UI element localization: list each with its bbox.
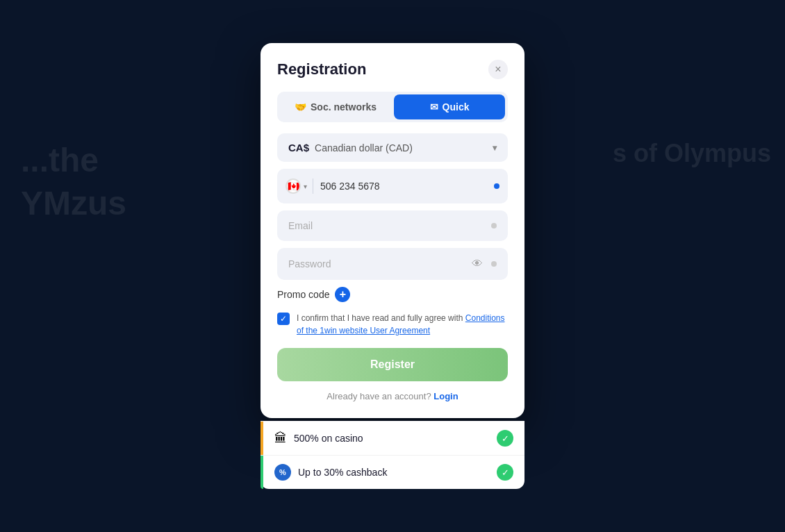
casino-icon: 🏛 bbox=[274, 431, 287, 446]
bonus-stripe-casino bbox=[261, 422, 263, 455]
currency-name: Canadian dollar (CAD) bbox=[315, 142, 413, 153]
tab-row: 🤝 Soc. networks ✉ Quick bbox=[277, 92, 508, 122]
currency-selector[interactable]: CA$ Canadian dollar (CAD) ▾ bbox=[277, 133, 508, 162]
modal-title: Registration bbox=[277, 60, 366, 78]
tab-soc-networks[interactable]: 🤝 Soc. networks bbox=[280, 94, 391, 119]
email-field-wrapper bbox=[277, 210, 508, 241]
bonus-casino-text: 500% on casino bbox=[294, 433, 363, 444]
tab-soc-label: Soc. networks bbox=[311, 101, 377, 113]
flag-chevron-icon: ▾ bbox=[304, 183, 307, 190]
phone-input[interactable] bbox=[320, 181, 488, 192]
bonus-cards: 🏛 500% on casino ✓ % Up to 30% cashback … bbox=[261, 421, 524, 489]
checkmark-icon: ✓ bbox=[280, 314, 287, 324]
bonus-casino-check: ✓ bbox=[497, 430, 513, 447]
bonus-stripe-cashback bbox=[261, 456, 263, 489]
password-indicator bbox=[491, 261, 497, 267]
bonus-casino-card: 🏛 500% on casino ✓ bbox=[261, 421, 524, 455]
bonus-cashback-check: ✓ bbox=[497, 464, 513, 481]
promo-plus-button[interactable]: + bbox=[335, 287, 350, 302]
email-indicator bbox=[491, 223, 497, 228]
canada-flag-icon: 🇨🇦 bbox=[286, 178, 301, 194]
phone-row: 🇨🇦 ▾ bbox=[277, 169, 508, 203]
bonus-cashback-card: % Up to 30% cashback ✓ bbox=[261, 455, 524, 489]
login-prompt: Already have an account? bbox=[327, 391, 431, 401]
registration-modal: Registration × 🤝 Soc. networks ✉ Quick C… bbox=[261, 43, 524, 418]
soc-icon: 🤝 bbox=[295, 101, 306, 113]
country-selector[interactable]: 🇨🇦 ▾ bbox=[286, 178, 313, 194]
login-link[interactable]: Login bbox=[433, 391, 458, 401]
tab-quick-label: Quick bbox=[443, 101, 470, 113]
bg-text-left: ...theYMzus bbox=[21, 139, 126, 226]
tab-quick[interactable]: ✉ Quick bbox=[394, 94, 505, 119]
bg-text-right: s of Olympus bbox=[613, 139, 771, 168]
register-button[interactable]: Register bbox=[277, 348, 508, 381]
modal-header: Registration × bbox=[277, 60, 508, 79]
agree-checkbox[interactable]: ✓ bbox=[277, 313, 290, 325]
promo-row: Promo code + bbox=[277, 287, 508, 302]
email-input[interactable] bbox=[288, 220, 486, 231]
chevron-down-icon: ▾ bbox=[493, 143, 497, 153]
eye-icon[interactable]: 👁 bbox=[472, 258, 483, 270]
phone-indicator bbox=[494, 183, 499, 189]
password-field-wrapper: 👁 bbox=[277, 248, 508, 280]
login-row: Already have an account? Login bbox=[277, 391, 508, 401]
close-button[interactable]: × bbox=[488, 60, 508, 79]
agree-text: I confirm that I have read and fully agr… bbox=[297, 312, 508, 337]
password-input[interactable] bbox=[288, 258, 472, 269]
currency-code: CA$ bbox=[288, 142, 309, 153]
agree-row: ✓ I confirm that I have read and fully a… bbox=[277, 312, 508, 337]
promo-label: Promo code bbox=[277, 289, 329, 300]
modal-wrapper: Registration × 🤝 Soc. networks ✉ Quick C… bbox=[261, 43, 524, 489]
email-icon: ✉ bbox=[430, 101, 438, 113]
cashback-icon: % bbox=[274, 464, 291, 481]
close-icon: × bbox=[495, 63, 501, 76]
bonus-cashback-text: Up to 30% cashback bbox=[298, 467, 387, 478]
